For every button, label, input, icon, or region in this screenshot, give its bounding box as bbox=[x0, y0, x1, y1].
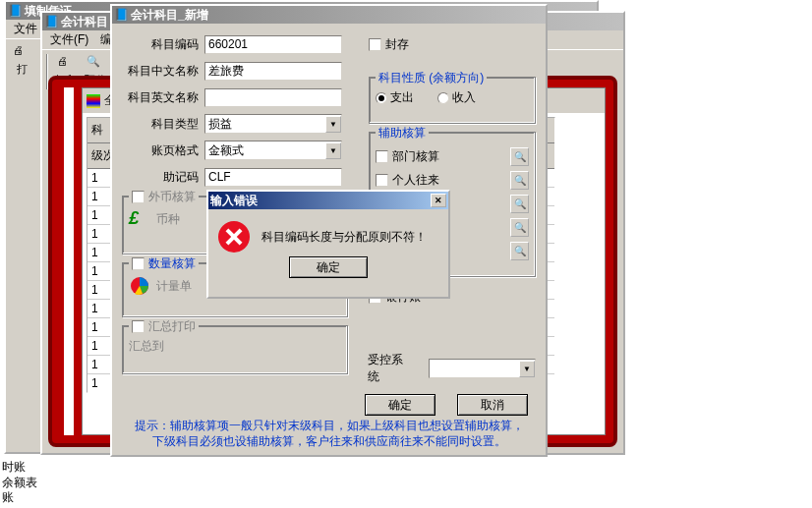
label-mnemonic: 助记码 bbox=[122, 169, 204, 186]
error-title: 输入错误 bbox=[210, 193, 431, 209]
dialog-title: 会计科目_新增 bbox=[131, 7, 544, 24]
dialog-title-bar: 📘 会计科目_新增 bbox=[112, 6, 546, 24]
controlled-combo[interactable]: ▼ bbox=[429, 359, 536, 378]
checkbox-icon bbox=[132, 320, 145, 333]
label-currency: 币种 bbox=[156, 211, 180, 228]
radio-icon bbox=[437, 92, 449, 104]
checkbox-icon bbox=[132, 191, 145, 203]
error-close-button[interactable]: ✕ bbox=[431, 194, 446, 207]
lookup-button[interactable]: 🔍 bbox=[510, 171, 529, 190]
type-combo[interactable]: 损益 ▼ bbox=[204, 114, 342, 134]
type-value: 损益 bbox=[208, 116, 232, 133]
app-icon: 📘 bbox=[8, 4, 22, 18]
dialog-buttons: 确定 取消 bbox=[365, 394, 528, 416]
ename-input[interactable] bbox=[204, 88, 342, 107]
code-input[interactable] bbox=[204, 35, 342, 54]
app-icon: 📘 bbox=[44, 15, 58, 28]
dept-checkbox[interactable]: 部门核算 bbox=[376, 148, 439, 165]
label-unit: 计量单 bbox=[156, 278, 192, 295]
lookup-button[interactable]: 🔍 bbox=[510, 147, 529, 166]
radio-icon bbox=[376, 92, 387, 104]
mnemonic-input[interactable] bbox=[204, 168, 342, 187]
foreign-currency-checkbox[interactable]: 外币核算 bbox=[129, 189, 199, 205]
colors-icon bbox=[87, 94, 100, 108]
checkbox-icon bbox=[369, 38, 381, 51]
error-icon bbox=[218, 221, 250, 253]
lookup-button[interactable]: 🔍 bbox=[510, 218, 529, 237]
format-combo[interactable]: 金额式 ▼ bbox=[204, 141, 342, 160]
label-aux: 辅助核算 bbox=[376, 125, 429, 141]
error-title-bar: 输入错误 ✕ bbox=[208, 192, 448, 209]
label-controlled: 受控系统 bbox=[368, 352, 421, 385]
toolbar-print[interactable]: 🖨打 bbox=[8, 44, 35, 77]
label-cname: 科目中文名称 bbox=[122, 63, 204, 80]
cname-input[interactable] bbox=[204, 62, 342, 81]
cancel-button[interactable]: 取消 bbox=[457, 394, 528, 416]
lookup-button[interactable]: 🔍 bbox=[510, 242, 529, 260]
lookup-button[interactable]: 🔍 bbox=[510, 195, 529, 213]
label-nature: 科目性质 (余额方向) bbox=[376, 70, 487, 86]
currency-icon: £ bbox=[129, 208, 150, 230]
checkbox-icon bbox=[132, 257, 145, 270]
app-icon: 📘 bbox=[114, 8, 128, 22]
chevron-down-icon[interactable]: ▼ bbox=[519, 361, 535, 377]
format-value: 金额式 bbox=[208, 142, 244, 159]
expenditure-radio[interactable]: 支出 bbox=[376, 89, 414, 106]
sum-print-checkbox[interactable]: 汇总打印 bbox=[129, 318, 199, 335]
label-format: 账页格式 bbox=[122, 142, 204, 159]
error-ok-button[interactable]: 确定 bbox=[289, 256, 368, 278]
footer-text: 时账 余额表 账 bbox=[2, 460, 37, 506]
hint-text: 提示：辅助核算项一般只针对末级科目，如果上级科目也想设置辅助核算， 下级科目必须… bbox=[122, 418, 536, 449]
label-ename: 科目英文名称 bbox=[122, 89, 204, 106]
menu-file[interactable]: 文件(F) bbox=[44, 29, 94, 50]
income-radio[interactable]: 收入 bbox=[437, 89, 476, 106]
personal-checkbox[interactable]: 个人往来 bbox=[376, 172, 439, 189]
error-dialog: 输入错误 ✕ 科目编码长度与分配原则不符！ 确定 bbox=[206, 190, 450, 299]
pie-icon bbox=[129, 275, 150, 297]
chevron-down-icon[interactable]: ▼ bbox=[325, 142, 341, 159]
error-message: 科目编码长度与分配原则不符！ bbox=[261, 229, 427, 246]
chevron-down-icon[interactable]: ▼ bbox=[325, 116, 341, 133]
ok-button[interactable]: 确定 bbox=[365, 394, 435, 416]
label-type: 科目类型 bbox=[122, 116, 204, 133]
quantity-checkbox[interactable]: 数量核算 bbox=[129, 255, 199, 272]
nature-fieldset: 科目性质 (余额方向) 支出 收入 bbox=[369, 77, 536, 124]
seal-checkbox[interactable]: 封存 bbox=[369, 33, 536, 55]
menu-file[interactable]: 文件 bbox=[8, 19, 43, 39]
label-code: 科目编码 bbox=[122, 36, 204, 53]
error-body: 科目编码长度与分配原则不符！ bbox=[208, 209, 448, 256]
